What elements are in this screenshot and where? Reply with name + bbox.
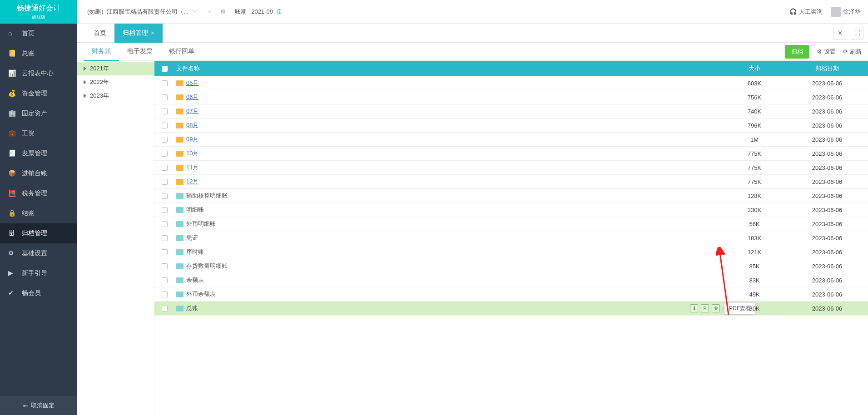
table-row[interactable]: 05月603K2023-06-06: [154, 76, 868, 90]
row-checkbox[interactable]: [162, 249, 168, 255]
view-pdf-icon[interactable]: 👁PDF查看: [712, 304, 720, 312]
pin-toggle[interactable]: ⇤ 取消固定: [0, 396, 77, 415]
calendar-icon[interactable]: 🗓: [277, 8, 283, 15]
nav-item-2[interactable]: 📊云报表中心: [0, 64, 77, 84]
table-row[interactable]: 11月775K2023-06-06: [154, 161, 868, 175]
folder-icon: [176, 137, 184, 143]
category-tab-0[interactable]: 财务账: [84, 43, 119, 61]
table-row[interactable]: 序时账121K2023-06-06: [154, 245, 868, 259]
nav-icon: ▶: [8, 269, 16, 277]
year-tree: 2021年2022年2023年: [77, 61, 154, 415]
nav-item-12[interactable]: ▶新手引导: [0, 263, 77, 283]
year-item-2[interactable]: 2023年: [77, 89, 154, 103]
row-checkbox[interactable]: [162, 277, 168, 283]
page-tab-1[interactable]: 归档管理×: [114, 24, 163, 43]
add-icon[interactable]: ＋: [206, 8, 212, 16]
year-item-0[interactable]: 2021年: [77, 62, 154, 75]
archive-date: 2023-06-06: [786, 305, 868, 312]
fullscreen-button[interactable]: ⛶: [851, 27, 863, 40]
table-row[interactable]: 余额表83K2023-06-06: [154, 273, 868, 287]
nav-item-8[interactable]: 🧮税务管理: [0, 183, 77, 203]
category-tab-2[interactable]: 银行回单: [161, 43, 203, 61]
file-size: 1M: [723, 136, 786, 143]
table-row[interactable]: 06月756K2023-06-06: [154, 90, 868, 104]
archive-date: 2023-06-06: [786, 207, 868, 213]
nav-item-10[interactable]: 🗄归档管理: [0, 223, 77, 243]
company-selector[interactable]: (勿删）江西服宝精品有限责任公司（...: [87, 8, 188, 16]
nav-icon: 🧮: [8, 189, 16, 198]
gear-icon[interactable]: ⚙: [220, 8, 226, 15]
nav-label: 新手引导: [22, 269, 47, 277]
page-tab-0[interactable]: 首页: [85, 24, 114, 43]
nav-item-7[interactable]: 📦进销台账: [0, 163, 77, 183]
table-row[interactable]: 12月775K2023-06-06: [154, 175, 868, 189]
file-name[interactable]: 06月: [186, 93, 198, 101]
file-name[interactable]: 11月: [186, 163, 198, 172]
table-row[interactable]: 总账⬇P👁PDF查看30K2023-06-06: [154, 301, 868, 316]
nav-item-3[interactable]: 💰资金管理: [0, 84, 77, 104]
brand-subtitle: 旗舰版: [32, 14, 45, 20]
file-name[interactable]: 05月: [186, 79, 198, 87]
row-checkbox[interactable]: [162, 235, 168, 241]
year-item-1[interactable]: 2022年: [77, 75, 154, 89]
pdf-icon[interactable]: P: [701, 304, 709, 312]
table-row[interactable]: 外币明细账56K2023-06-06: [154, 217, 868, 231]
nav-item-9[interactable]: 🔒结账: [0, 203, 77, 223]
table-row[interactable]: 辅助核算明细账128K2023-06-06: [154, 189, 868, 203]
row-checkbox[interactable]: [162, 179, 168, 185]
row-checkbox[interactable]: [162, 151, 168, 157]
nav-item-13[interactable]: ✔畅会员: [0, 283, 77, 303]
row-checkbox[interactable]: [162, 291, 168, 297]
tab-close-icon[interactable]: ×: [151, 30, 154, 36]
category-tab-1[interactable]: 电子发票: [119, 43, 161, 61]
nav-item-1[interactable]: 📒总账: [0, 44, 77, 64]
settings-button[interactable]: ⚙ 设置: [817, 48, 836, 56]
topbar: (勿删）江西服宝精品有限责任公司（... ﹀ ＋ ⚙ 账期 2021-09 🗓 …: [77, 0, 868, 24]
nav-item-5[interactable]: 💼工资: [0, 124, 77, 143]
table-row[interactable]: 凭证183K2023-06-06: [154, 231, 868, 245]
select-all-checkbox[interactable]: [162, 66, 168, 72]
file-name[interactable]: 09月: [186, 135, 198, 143]
row-checkbox[interactable]: [162, 207, 168, 213]
nav-label: 固定资产: [22, 109, 47, 118]
close-all-tabs-button[interactable]: ✕: [833, 27, 846, 40]
refresh-button[interactable]: ⟳ 刷新: [843, 48, 862, 56]
table-row[interactable]: 08月796K2023-06-06: [154, 119, 868, 133]
download-pdf-icon[interactable]: ⬇: [690, 304, 698, 312]
file-name[interactable]: 10月: [186, 149, 198, 158]
table-row[interactable]: 10月775K2023-06-06: [154, 147, 868, 161]
table-row[interactable]: 明细账230K2023-06-06: [154, 203, 868, 217]
row-checkbox[interactable]: [162, 109, 168, 114]
nav-item-4[interactable]: 🏢固定资产: [0, 104, 77, 124]
year-label: 2021年: [90, 64, 109, 73]
table-row[interactable]: 07月740K2023-06-06: [154, 104, 868, 119]
row-checkbox[interactable]: [162, 123, 168, 128]
table-row[interactable]: 外币余额表49K2023-06-06: [154, 287, 868, 301]
consult-button[interactable]: 🎧 人工咨询: [789, 8, 823, 16]
archive-date: 2023-06-06: [786, 164, 868, 171]
row-checkbox[interactable]: [162, 94, 168, 100]
file-name[interactable]: 07月: [186, 107, 198, 115]
table-row[interactable]: 09月1M2023-06-06: [154, 133, 868, 147]
nav-label: 首页: [22, 30, 35, 38]
company-dropdown-icon[interactable]: ﹀: [192, 8, 198, 16]
period-value[interactable]: 2021-09: [251, 8, 273, 15]
nav-icon: 📊: [8, 69, 16, 78]
nav-item-11[interactable]: ⚙基础设置: [0, 243, 77, 263]
folder-icon: [176, 94, 184, 100]
archive-button[interactable]: 归档: [785, 45, 809, 59]
row-checkbox[interactable]: [162, 80, 168, 86]
row-checkbox[interactable]: [162, 221, 168, 227]
avatar-icon: [831, 7, 841, 17]
table-row[interactable]: 存货数量明细账85K2023-06-06: [154, 259, 868, 273]
file-name[interactable]: 12月: [186, 178, 198, 186]
file-name[interactable]: 08月: [186, 121, 198, 129]
row-checkbox[interactable]: [162, 306, 168, 311]
row-checkbox[interactable]: [162, 137, 168, 143]
nav-item-6[interactable]: 🧾发票管理: [0, 143, 77, 163]
row-checkbox[interactable]: [162, 263, 168, 269]
nav-item-0[interactable]: ⌂首页: [0, 24, 77, 44]
row-checkbox[interactable]: [162, 193, 168, 199]
user-menu[interactable]: 徐泽华: [831, 7, 861, 17]
row-checkbox[interactable]: [162, 165, 168, 171]
